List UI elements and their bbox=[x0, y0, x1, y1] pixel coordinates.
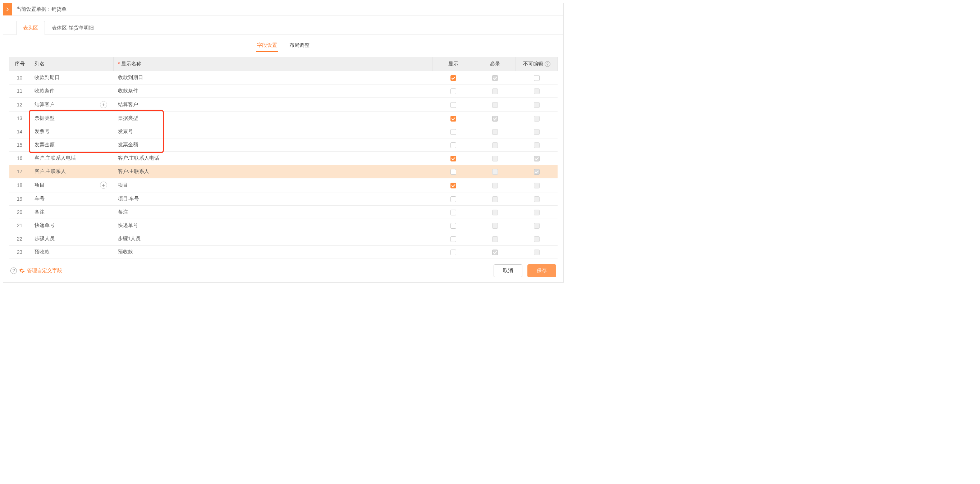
required-cell bbox=[474, 139, 516, 152]
show-checkbox[interactable] bbox=[450, 250, 456, 255]
required-checkbox bbox=[492, 236, 498, 242]
save-button[interactable]: 保存 bbox=[527, 264, 556, 277]
show-checkbox[interactable] bbox=[450, 75, 456, 81]
gear-icon bbox=[19, 268, 25, 274]
row-display-name[interactable]: 项目.车号 bbox=[114, 193, 433, 206]
col-name-text: 发票号 bbox=[35, 128, 49, 135]
row-display-name[interactable]: 票据类型 bbox=[114, 112, 433, 125]
row-col-name: 结算客户+ bbox=[30, 98, 114, 112]
show-checkbox[interactable] bbox=[450, 210, 456, 215]
table-row: 22步骤人员步骤1人员 bbox=[10, 232, 558, 245]
locked-cell bbox=[516, 139, 558, 152]
show-checkbox[interactable] bbox=[450, 223, 456, 229]
row-seq: 17 bbox=[10, 165, 30, 178]
manage-custom-fields-link[interactable]: 管理自定义字段 bbox=[27, 267, 62, 274]
table-row: 15发票金额发票金额 bbox=[10, 139, 558, 152]
sub-tab-0[interactable]: 字段设置 bbox=[256, 40, 278, 52]
col-name-text: 客户.主联系人 bbox=[35, 168, 66, 175]
table-row: 23预收款预收款 bbox=[10, 245, 558, 259]
show-checkbox[interactable] bbox=[450, 183, 456, 188]
row-seq: 22 bbox=[10, 232, 30, 245]
show-checkbox[interactable] bbox=[450, 129, 456, 135]
col-display-header: *显示名称 bbox=[114, 57, 433, 71]
row-seq: 19 bbox=[10, 193, 30, 206]
required-checkbox bbox=[492, 196, 498, 202]
row-display-name[interactable]: 备注 bbox=[114, 206, 433, 219]
locked-checkbox[interactable] bbox=[534, 75, 539, 81]
row-col-name: 客户.主联系人 bbox=[30, 165, 114, 178]
row-col-name: 收款到期日 bbox=[30, 71, 114, 84]
show-checkbox[interactable] bbox=[450, 116, 456, 121]
show-cell bbox=[433, 165, 474, 178]
expand-toggle[interactable] bbox=[3, 3, 12, 16]
show-cell bbox=[433, 112, 474, 125]
table-row: 20备注备注 bbox=[10, 206, 558, 219]
row-col-name: 收款条件 bbox=[30, 84, 114, 98]
row-seq: 10 bbox=[10, 71, 30, 84]
row-col-name: 票据类型 bbox=[30, 112, 114, 125]
show-checkbox[interactable] bbox=[450, 169, 456, 175]
col-name-text: 收款条件 bbox=[35, 88, 55, 94]
show-checkbox[interactable] bbox=[450, 102, 456, 108]
footer-bar: ? 管理自定义字段 取消 保存 bbox=[3, 259, 563, 282]
show-cell bbox=[433, 84, 474, 98]
col-name-text: 客户.主联系人电话 bbox=[35, 155, 76, 161]
row-display-name[interactable]: 项目 bbox=[114, 178, 433, 193]
required-checkbox bbox=[492, 102, 498, 108]
required-cell bbox=[474, 112, 516, 125]
row-display-name[interactable]: 快递单号 bbox=[114, 219, 433, 232]
required-cell bbox=[474, 84, 516, 98]
add-subfield-button[interactable]: + bbox=[100, 101, 107, 108]
row-display-name[interactable]: 收款到期日 bbox=[114, 71, 433, 84]
show-checkbox[interactable] bbox=[450, 196, 456, 202]
required-checkbox bbox=[492, 142, 498, 148]
col-name-text: 步骤人员 bbox=[35, 236, 55, 242]
show-cell bbox=[433, 98, 474, 112]
col-name-text: 票据类型 bbox=[35, 115, 55, 121]
required-checkbox bbox=[492, 156, 498, 161]
locked-cell bbox=[516, 165, 558, 178]
footer-left: ? 管理自定义字段 bbox=[10, 267, 62, 274]
locked-checkbox bbox=[534, 250, 539, 255]
help-circle-icon[interactable]: ? bbox=[10, 267, 17, 274]
row-display-name[interactable]: 预收款 bbox=[114, 245, 433, 259]
cancel-button[interactable]: 取消 bbox=[493, 264, 522, 277]
required-cell bbox=[474, 178, 516, 193]
table-row: 13票据类型票据类型 bbox=[10, 112, 558, 125]
show-checkbox[interactable] bbox=[450, 142, 456, 148]
row-col-name: 步骤人员 bbox=[30, 232, 114, 245]
main-tab-1[interactable]: 表体区-销货单明细 bbox=[45, 21, 101, 35]
locked-checkbox bbox=[534, 236, 539, 242]
help-icon[interactable]: ? bbox=[545, 61, 550, 67]
row-display-name[interactable]: 收款条件 bbox=[114, 84, 433, 98]
col-locked-header: 不可编辑? bbox=[516, 57, 558, 71]
table-row: 12结算客户+结算客户 bbox=[10, 98, 558, 112]
locked-cell bbox=[516, 219, 558, 232]
row-col-name: 项目+ bbox=[30, 178, 114, 193]
locked-cell bbox=[516, 84, 558, 98]
field-table: 序号 列名 *显示名称 显示 必录 不可编辑? 10收款到期日收款到期日11收款… bbox=[9, 57, 558, 259]
add-subfield-button[interactable]: + bbox=[100, 182, 107, 189]
show-checkbox[interactable] bbox=[450, 236, 456, 242]
required-cell bbox=[474, 165, 516, 178]
col-name-text: 发票金额 bbox=[35, 142, 55, 148]
row-display-name[interactable]: 发票号 bbox=[114, 125, 433, 139]
row-display-name[interactable]: 客户.主联系人电话 bbox=[114, 152, 433, 165]
row-display-name[interactable]: 步骤1人员 bbox=[114, 232, 433, 245]
col-name-text: 结算客户 bbox=[35, 101, 55, 108]
row-seq: 15 bbox=[10, 139, 30, 152]
row-col-name: 备注 bbox=[30, 206, 114, 219]
row-display-name[interactable]: 发票金额 bbox=[114, 139, 433, 152]
show-checkbox[interactable] bbox=[450, 156, 456, 161]
header-bar: 当前设置单据：销货单 bbox=[3, 3, 563, 16]
locked-checkbox bbox=[534, 169, 539, 175]
show-checkbox[interactable] bbox=[450, 88, 456, 94]
row-display-name[interactable]: 客户.主联系人 bbox=[114, 165, 433, 178]
main-tab-0[interactable]: 表头区 bbox=[16, 21, 45, 35]
col-required-header: 必录 bbox=[474, 57, 516, 71]
sub-tab-1[interactable]: 布局调整 bbox=[289, 40, 310, 52]
row-seq: 14 bbox=[10, 125, 30, 139]
col-name-text: 车号 bbox=[35, 196, 45, 202]
row-display-name[interactable]: 结算客户 bbox=[114, 98, 433, 112]
required-checkbox bbox=[492, 88, 498, 94]
